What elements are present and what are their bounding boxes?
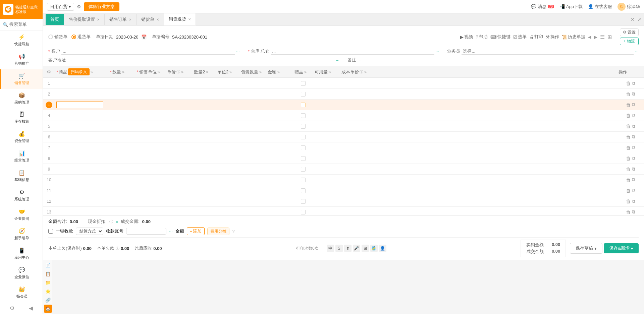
sort-unit2-icon[interactable]: ⇅: [229, 70, 232, 74]
right-panel-item-1[interactable]: 📄: [44, 261, 52, 269]
expense-split-btn[interactable]: 费用分摊: [207, 228, 229, 235]
customer-more-btn[interactable]: ···: [236, 49, 240, 54]
row2-product[interactable]: [55, 93, 109, 95]
tab-sales-order[interactable]: 销售订单 ✕: [105, 14, 137, 25]
tab-home[interactable]: 首页: [46, 14, 64, 25]
delete-icon[interactable]: 🗑: [626, 209, 631, 215]
delete-icon[interactable]: 🗑: [626, 113, 631, 118]
copy-icon[interactable]: ⧉: [632, 113, 635, 118]
copy-icon[interactable]: ⧉: [632, 198, 635, 204]
staff-more-btn[interactable]: ···: [635, 49, 639, 54]
sort-product-icon[interactable]: ⇅: [90, 70, 93, 74]
sidebar-item-enterprise[interactable]: 🤝 企业协同: [0, 205, 43, 225]
radio-sales[interactable]: 销货单: [48, 34, 67, 40]
help-btn[interactable]: ? 帮助: [476, 34, 487, 40]
sort-qty-icon[interactable]: ⇅: [122, 70, 124, 74]
delete-icon[interactable]: 🗑: [626, 188, 631, 193]
shortcut-btn[interactable]: ⌨ 快捷键: [490, 34, 511, 40]
row1-product[interactable]: [55, 83, 109, 84]
row1-cost[interactable]: [340, 83, 617, 84]
delete-icon[interactable]: 🗑: [626, 124, 631, 129]
print-count[interactable]: 打印次数0次: [296, 246, 319, 251]
row3-product-input[interactable]: [56, 102, 103, 108]
sidebar-item-guide[interactable]: 🧭 新手引导: [0, 225, 43, 244]
copy-icon[interactable]: ⧉: [632, 145, 635, 150]
copy-icon[interactable]: ⧉: [632, 177, 635, 183]
copy-icon[interactable]: ⧉: [632, 188, 635, 193]
warehouse-more-btn[interactable]: ···: [436, 49, 439, 54]
radio-return[interactable]: 退货单: [71, 34, 91, 40]
copy-icon[interactable]: ⧉: [632, 166, 635, 172]
calc-icon[interactable]: =: [116, 219, 118, 224]
icon5[interactable]: ⊞: [362, 245, 369, 252]
settings-btn[interactable]: ⚙: [10, 305, 14, 311]
sidebar-item-wechat[interactable]: 💬 企业微信: [0, 263, 43, 283]
close-sales[interactable]: ✕: [156, 18, 159, 21]
delete-icon[interactable]: 🗑: [626, 102, 631, 108]
user-profile[interactable]: 徐 徐泽华: [618, 3, 640, 11]
save-draft-btn[interactable]: 保存草稿 ▾: [570, 243, 602, 254]
nav-prev[interactable]: ◀: [588, 35, 591, 40]
copy-icon[interactable]: ⧉: [632, 102, 635, 108]
video-help-btn[interactable]: ▶ 视频: [460, 34, 473, 40]
settings-btn[interactable]: ⚙ 设置: [620, 28, 639, 36]
row1-price[interactable]: [166, 83, 193, 84]
icon4[interactable]: 🎤: [353, 245, 360, 252]
tab-price-settings[interactable]: 售价提取设置 ✕: [64, 14, 105, 25]
row1-qty[interactable]: [109, 83, 136, 84]
topbar-gear-icon[interactable]: ⚙: [77, 4, 81, 9]
delete-icon[interactable]: 🗑: [626, 177, 631, 183]
row3-qty2[interactable]: [193, 104, 216, 106]
right-panel-item-orange[interactable]: 🏠: [44, 305, 52, 313]
row3-amount[interactable]: [266, 104, 293, 106]
expand-tab-btn[interactable]: ⤢: [637, 17, 641, 22]
sidebar-item-inventory[interactable]: 🗄 库存核算: [0, 108, 43, 127]
delete-icon[interactable]: 🗑: [626, 91, 631, 97]
sort-avail-icon[interactable]: ⇅: [328, 70, 331, 74]
add-payment-btn[interactable]: + 添加: [187, 227, 205, 235]
copy-icon[interactable]: ⧉: [632, 209, 635, 215]
view-grid[interactable]: ⊞: [607, 34, 612, 40]
try-plan-btn[interactable]: 体验行业方案: [84, 2, 119, 11]
sidebar-item-member[interactable]: 👑 畅会员: [0, 283, 43, 302]
tab-sales[interactable]: 销货单 ✕: [137, 14, 164, 25]
row1-gift[interactable]: [293, 80, 313, 86]
copy-icon[interactable]: ⧉: [632, 155, 635, 161]
row3-qty[interactable]: [109, 104, 136, 106]
row3-unit2[interactable]: [216, 104, 239, 106]
sort-pkg-icon[interactable]: ⇅: [259, 70, 262, 74]
staff-input[interactable]: [462, 48, 634, 55]
delete-icon[interactable]: 🗑: [626, 156, 631, 161]
sidebar-item-basic[interactable]: 📋 基础信息: [0, 166, 43, 186]
right-panel-item-5[interactable]: 🔗: [44, 296, 52, 304]
sort-gift-icon[interactable]: ⇅: [304, 70, 307, 74]
print-btn[interactable]: 🖨 打印: [529, 34, 543, 40]
row1-unit2[interactable]: [216, 83, 239, 84]
right-panel-item-4[interactable]: ⭐: [44, 287, 52, 295]
account-input[interactable]: [126, 228, 166, 235]
icon3[interactable]: ⬆: [344, 245, 352, 252]
row3-available[interactable]: [313, 104, 340, 106]
sidebar-item-quicknav[interactable]: ⚡ 快捷导航: [0, 30, 43, 50]
copy-icon[interactable]: ⧉: [632, 123, 635, 129]
row2-unit[interactable]: [136, 93, 166, 95]
close-price-settings[interactable]: ✕: [97, 18, 100, 21]
right-panel-item-2[interactable]: 📋: [44, 270, 52, 278]
nav-next[interactable]: ▶: [594, 35, 597, 40]
sort-unit-icon[interactable]: ⇅: [157, 70, 160, 74]
logistics-btn[interactable]: + 物流: [620, 38, 639, 45]
online-service-btn[interactable]: 👤 在线客服: [588, 4, 612, 10]
delete-icon[interactable]: 🗑: [626, 199, 631, 204]
sidebar-item-sales[interactable]: 🛒 销售管理: [0, 69, 43, 89]
row2-available[interactable]: [313, 93, 340, 95]
view-list[interactable]: ☰: [600, 34, 605, 40]
search-menu[interactable]: 🔍 搜索菜单: [0, 19, 43, 30]
save-new-btn[interactable]: 保存&新增 ▾: [604, 243, 639, 253]
copy-icon[interactable]: ⧉: [632, 91, 635, 97]
icon7[interactable]: 👤: [379, 245, 386, 252]
row2-unit2[interactable]: [216, 93, 239, 95]
sidebar-item-system[interactable]: ⚙ 系统管理: [0, 186, 43, 205]
delete-icon[interactable]: 🗑: [626, 134, 631, 140]
delete-icon[interactable]: 🗑: [626, 81, 631, 86]
messages-btn[interactable]: 💬 消息 70: [531, 4, 554, 10]
